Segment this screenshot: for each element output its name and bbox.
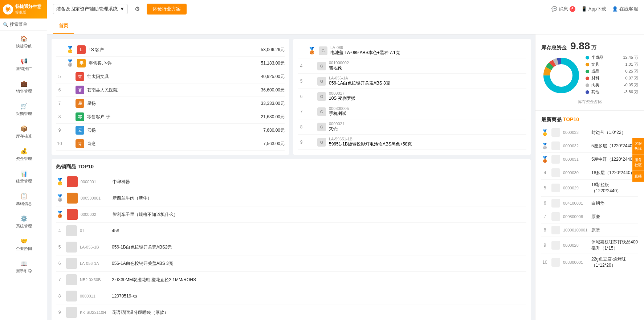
hot-product-code: 0000001 (81, 180, 110, 184)
new-products-section: 最新商品 TOP10 🥇 0000033 封边带（1.0*22） 🥈 00000… (535, 111, 644, 277)
sidebar-item-finance[interactable]: 💰 资金管理 (0, 143, 47, 166)
new-product-code: 004100001 (563, 201, 588, 205)
service-icon: 👤 (612, 6, 618, 12)
new-medal-3: 🥉 (541, 156, 549, 163)
new-product-img (551, 212, 560, 221)
inventory-ratio-label: 库存资金占比 (541, 99, 638, 104)
new-product-row: 6 004100001 白钢垫 (541, 197, 638, 210)
service-community-btn[interactable]: 服务社区 (632, 155, 644, 171)
hot-product-img (67, 176, 78, 187)
donut-chart (541, 56, 581, 95)
new-product-img (551, 184, 560, 192)
sidebar-item-collab[interactable]: 🤝 企业协同 (0, 233, 47, 256)
new-product-name: 18颗粒板（1220*2440） (591, 182, 638, 194)
customer-rank-row: 5 红 红太阳文具 40,925.00元 (56, 70, 285, 83)
hot-product-row: 5 LA-056-1B 056-1B白色按键开关壳ABS2壳 (56, 239, 526, 255)
hot-product-row: 8 0000011 12070519-xs (56, 288, 526, 304)
new-product-code: 0000031 (563, 157, 588, 161)
new-product-code: 000800008 (563, 214, 588, 219)
live-stream-btn[interactable]: 直播 (632, 171, 644, 182)
sidebar-item-guide[interactable]: 📖 新手引导 (0, 256, 47, 278)
customer-service-btn[interactable]: 客服热线 (632, 138, 644, 155)
topbar-right: 💬 消息 6 📱 App下载 👤 在线客服 (551, 6, 638, 12)
product-rank-row: 7 G 000800005 手机测试 (298, 104, 526, 119)
hot-products-card: 热销商品 TOP10 🥇 0000001 中华神器 🥈 000500001 新西… (52, 159, 531, 320)
hot-product-img (66, 258, 77, 269)
inventory-section: 库存总资金 9.88 万 (535, 34, 644, 111)
nav-menu: 🏠 快捷导航 📢 营销推广 💼 销售管理 🛒 采购管理 📦 库存核算 💰 资金管… (0, 31, 47, 320)
new-product-img (551, 128, 560, 137)
new-medal-1: 🥇 (541, 129, 549, 136)
new-product-img (551, 258, 560, 267)
product-rank-row: 9 G LA-59651-1B 59651-1B旋转投影灯电池盒ABS黑色+58… (298, 135, 526, 150)
customer-rank-row: 7 星 星扬 33,333.00元 (56, 97, 285, 110)
hot-product-code: NB2.0X30B (80, 278, 109, 282)
new-product-code: 0000033 (563, 130, 588, 135)
sidebar-item-base[interactable]: 📋 基础信息 (0, 188, 47, 211)
new-product-code: 0000028 (563, 243, 588, 247)
product-rank-row: 🥉 G LA-089 电池盖 LA-089 ABS本色+黑种 7.1克 (298, 43, 526, 58)
app-download-btn[interactable]: 📱 App下载 (581, 6, 606, 12)
home-icon: 🏠 (20, 35, 28, 42)
hot-product-row: 🥉 0000002 智利车子里（规格不知道填什么） (56, 206, 526, 223)
hot-product-row: 🥇 0000001 中华神器 (56, 174, 526, 190)
sidebar-item-home[interactable]: 🏠 快捷导航 (0, 31, 47, 53)
new-product-row: 5 0000029 18颗粒板（1220*2440） (541, 180, 638, 197)
new-product-row: 🥈 0000032 5厘多层（1220*2440） (541, 139, 638, 153)
dashboard-right: 库存总资金 9.88 万 (535, 34, 644, 320)
search-menu[interactable]: 🔍 搜索菜单 (0, 19, 47, 31)
float-buttons: 客服热线 服务社区 直播 (632, 138, 644, 182)
sidebar-item-marketing[interactable]: 📢 营销推广 (0, 53, 47, 76)
hot-product-img (67, 209, 78, 220)
new-products-title: 最新商品 TOP10 (541, 116, 638, 123)
dashboard: 🥇 L LS 客户 53,006.26元 🥈 零 零售客户-许 51,183.0… (47, 34, 644, 320)
sidebar-item-inventory[interactable]: 📦 库存核算 (0, 121, 47, 143)
hot-product-name: 45# (112, 228, 526, 233)
donut-chart-area: 半成品 12.45 万 文具 1.01 万 成品 0.25 万 (541, 55, 638, 96)
sidebar-item-sales[interactable]: 💼 销售管理 (0, 76, 47, 98)
marketing-icon: 📢 (20, 58, 28, 65)
new-product-img (551, 226, 560, 234)
trial-button[interactable]: 体验行业方案 (147, 4, 187, 15)
product-rank-row: 8 G 0000021 夹壳 (298, 119, 526, 135)
legend-item: 半成品 12.45 万 (586, 55, 638, 60)
hot-medal-2: 🥈 (56, 194, 64, 202)
system-selector[interactable]: 装备及固定资产辅助管理系统 ▼ (53, 4, 128, 14)
sidebar-item-purchase[interactable]: 🛒 采购管理 (0, 98, 47, 121)
new-product-name: 体城嘉枝味苏打饮品400毫升（1*15） (591, 239, 638, 251)
logo-text: 畅捷通好生意 标准版 (15, 4, 41, 15)
collab-icon: 🤝 (20, 238, 28, 245)
cust-medal-1: 🥇 (66, 46, 74, 54)
hot-product-name: 2.0X30MM双搓花轴,搓花直径2.1MM/ROHS (112, 277, 526, 283)
hot-product-code: 000500001 (81, 196, 110, 200)
hot-product-code: LA-056-1B (80, 245, 109, 249)
tab-home[interactable]: 首页 (53, 18, 74, 34)
hot-product-row: 6 LA-056-1A 056-1A白色按键开关盖ABS 3壳 (56, 255, 526, 272)
topbar: 装备及固定资产辅助管理系统 ▼ ⚙ 体验行业方案 💬 消息 6 📱 App下载 … (47, 0, 644, 18)
hot-product-img (66, 291, 77, 301)
new-product-code: 10000100001 (563, 228, 588, 232)
hot-product-row: 7 NB2.0X30B 2.0X30MM双搓花轴,搓花直径2.1MM/ROHS (56, 272, 526, 288)
online-service-btn[interactable]: 👤 在线客服 (612, 6, 638, 12)
hot-product-row: 🥈 000500001 新西兰牛肉（新牛） (56, 190, 526, 206)
new-product-code: 0000032 (563, 144, 588, 148)
message-icon: 💬 (551, 6, 557, 12)
inventory-legend: 半成品 12.45 万 文具 1.01 万 成品 0.25 万 (586, 55, 638, 96)
new-product-name: 白钢垫 (591, 200, 638, 206)
sidebar-item-system[interactable]: ⚙️ 系统管理 (0, 211, 47, 233)
hot-product-code: 01 (80, 229, 109, 233)
new-product-code: 003800001 (563, 260, 588, 264)
settings-icon[interactable]: ⚙ (132, 4, 142, 14)
inventory-title: 库存总资金 9.88 万 (541, 40, 638, 52)
hot-product-name: 花语萌恒温分腿睡袋（厚款） (112, 309, 526, 316)
svg-point-7 (551, 65, 571, 86)
main-area: 装备及固定资产辅助管理系统 ▼ ⚙ 体验行业方案 💬 消息 6 📱 App下载 … (47, 0, 644, 320)
hot-product-row: 9 KK-SD22110H 花语萌恒温分腿睡袋（厚款） (56, 304, 526, 320)
logo-icon: 畅 (3, 4, 13, 15)
message-btn[interactable]: 💬 消息 6 (551, 6, 575, 12)
hot-medal-3: 🥉 (56, 210, 64, 218)
hot-product-img (66, 274, 77, 285)
new-product-name: 原堂 (591, 227, 638, 233)
sidebar-item-operations[interactable]: 📊 经营管理 (0, 166, 47, 188)
new-products-list: 🥇 0000033 封边带（1.0*22） 🥈 0000032 5厘多层（122… (541, 126, 638, 271)
